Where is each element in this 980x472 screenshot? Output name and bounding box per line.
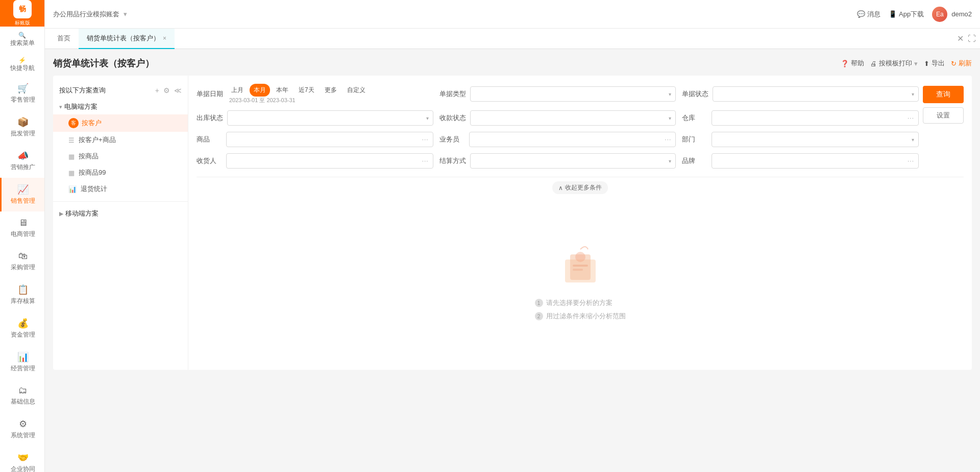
mobile-scheme-group: ▶ 移动端方案 xyxy=(53,206,188,221)
filter-layout: 按以下方案查询 + ⚙ ≪ ▾ 电脑端方案 xyxy=(53,76,972,370)
print-btn[interactable]: 🖨 按模板打印 ▾ xyxy=(870,59,918,68)
user-avatar[interactable]: Ea xyxy=(932,7,947,22)
date-btn-more[interactable]: 更多 xyxy=(321,84,341,97)
hint-num-1: 1 xyxy=(535,299,543,307)
close-tab-icon[interactable]: × xyxy=(163,35,166,42)
scheme-customer-goods-icon: ☰ xyxy=(68,136,75,144)
sidebar-item-retail[interactable]: 🛒 零售管理 xyxy=(0,77,44,110)
desktop-group-title[interactable]: ▾ 电脑端方案 xyxy=(53,99,188,114)
refresh-btn[interactable]: ↻ 刷新 xyxy=(951,59,972,68)
scheme-by-return-label: 退货统计 xyxy=(81,184,107,194)
warehouse-field: 仓库 ··· xyxy=(682,110,919,126)
industry-dropdown-icon[interactable]: ▾ xyxy=(124,10,127,18)
collapse-up-icon: ∧ xyxy=(558,184,563,192)
date-btn-last-7days[interactable]: 近7天 xyxy=(295,84,318,97)
settings-button[interactable]: 设置 xyxy=(923,107,964,124)
help-icon: ❓ xyxy=(841,60,849,67)
message-btn[interactable]: 💬 消息 xyxy=(857,10,880,19)
sidebar-ecommerce-label: 电商管理 xyxy=(11,230,35,239)
scheme-item-by-goods[interactable]: ▦ 按商品 xyxy=(53,148,188,164)
scheme-goods-icon: ▦ xyxy=(68,153,75,160)
brand-label: 品牌 xyxy=(682,156,707,166)
search-icon: 🔍 xyxy=(18,32,26,39)
scheme-item-by-goods99[interactable]: ▦ 按商品99 xyxy=(53,164,188,181)
mobile-group-title[interactable]: ▶ 移动端方案 xyxy=(53,206,188,221)
sales-icon: 📈 xyxy=(17,184,29,195)
download-icon: 📱 xyxy=(889,10,897,18)
sidebar-item-search[interactable]: 🔍 搜索菜单 xyxy=(0,27,44,53)
empty-hint-2: 2 用过滤条件来缩小分析范围 xyxy=(535,312,626,321)
salesperson-field: 业务员 ··· xyxy=(439,132,676,147)
scheme-item-by-customer[interactable]: 客 按客户 xyxy=(53,114,188,132)
scheme-item-by-customer-goods[interactable]: ☰ 按客户+商品 xyxy=(53,132,188,148)
sidebar-item-basic[interactable]: 🗂 基础信息 xyxy=(0,379,44,412)
department-select[interactable]: ▾ xyxy=(712,132,919,147)
operation-icon: 📊 xyxy=(17,351,29,363)
filter-row-2: 出库状态 ▾ 收款状态 xyxy=(197,110,919,126)
department-field: 部门 ▾ xyxy=(682,132,919,147)
date-btn-custom[interactable]: 自定义 xyxy=(343,84,370,97)
receive-status-select[interactable]: ▾ xyxy=(470,110,676,126)
tab-home[interactable]: 首页 xyxy=(49,29,79,49)
scheme-items: 客 按客户 ☰ 按客户+商品 ▦ 按商品 xyxy=(53,114,188,197)
settings-scheme-icon[interactable]: ⚙ xyxy=(163,86,170,95)
goods-select[interactable]: ··· xyxy=(226,132,433,147)
maximize-icon[interactable]: ⛶ xyxy=(968,34,976,43)
date-btn-last-month[interactable]: 上月 xyxy=(227,84,248,97)
print-label: 按模板打印 xyxy=(879,59,912,68)
salesperson-select[interactable]: ··· xyxy=(469,132,676,147)
collapse-more-btn[interactable]: ∧ 收起更多条件 xyxy=(552,181,608,194)
collapse-panel-icon[interactable]: ≪ xyxy=(174,86,182,95)
download-btn[interactable]: 📱 App下载 xyxy=(889,10,924,19)
receive-status-dropdown-icon: ▾ xyxy=(669,115,671,121)
logo-icon: 畅 xyxy=(13,0,32,18)
page-title: 销货单统计表（按客户） xyxy=(53,57,154,69)
add-scheme-icon[interactable]: + xyxy=(155,86,159,95)
logo-abbr: 畅 xyxy=(19,5,26,14)
date-btn-this-year[interactable]: 本年 xyxy=(272,84,292,97)
order-type-select[interactable]: ▾ xyxy=(470,86,676,102)
hint-num-2: 2 xyxy=(535,312,543,320)
payment-select[interactable]: ▾ xyxy=(470,153,676,169)
cooperation-icon: 🤝 xyxy=(17,452,29,463)
scheme-item-by-return[interactable]: 📊 退货统计 xyxy=(53,181,188,197)
close-window-icon[interactable]: ✕ xyxy=(957,34,964,43)
export-btn[interactable]: ⬆ 导出 xyxy=(924,59,945,68)
filter-row-3: 商品 ··· 业务员 xyxy=(197,132,919,147)
sidebar-item-marketing[interactable]: 📣 营销推广 xyxy=(0,144,44,178)
basic-icon: 🗂 xyxy=(18,385,28,396)
sidebar-item-ecommerce[interactable]: 🖥 电商管理 xyxy=(0,211,44,245)
industry-label: 办公用品行业模拟账套 xyxy=(53,10,119,19)
content-area: 销货单统计表（按客户） ❓ 帮助 🖨 按模板打印 ▾ ⬆ 导出 ↻ 刷新 xyxy=(45,49,980,472)
sidebar-item-sales[interactable]: 📈 销售管理 xyxy=(0,178,44,211)
out-status-select[interactable]: ▾ xyxy=(227,110,433,126)
tab-sales-stat[interactable]: 销货单统计表（按客户） × xyxy=(79,29,175,49)
username-label: demo2 xyxy=(951,10,972,18)
sidebar-item-cooperation[interactable]: 🤝 企业协同 xyxy=(0,446,44,472)
sidebar-item-system[interactable]: ⚙ 系统管理 xyxy=(0,412,44,446)
order-status-select[interactable]: ▾ xyxy=(713,86,919,102)
logo-text: 标账版 xyxy=(15,19,30,27)
divider-1 xyxy=(53,201,188,202)
sidebar-item-finance[interactable]: 💰 资金管理 xyxy=(0,312,44,345)
sidebar-item-purchase[interactable]: 🛍 采购管理 xyxy=(0,245,44,278)
sidebar-operation-label: 经营管理 xyxy=(11,364,35,373)
brand-select[interactable]: ··· xyxy=(712,153,919,169)
empty-text: 1 请先选择要分析的方案 2 用过滤条件来缩小分析范围 xyxy=(535,298,626,321)
sidebar-item-inventory[interactable]: 📋 库存核算 xyxy=(0,278,44,312)
recipient-select[interactable]: ··· xyxy=(226,153,433,169)
panel-header-icons: + ⚙ ≪ xyxy=(155,86,182,95)
query-button[interactable]: 查询 xyxy=(923,86,964,103)
date-btn-this-month[interactable]: 本月 xyxy=(250,84,270,97)
help-btn[interactable]: ❓ 帮助 xyxy=(841,59,864,68)
warehouse-label: 仓库 xyxy=(682,113,707,123)
hint-2-label: 用过滤条件来缩小分析范围 xyxy=(546,312,626,321)
refresh-label: 刷新 xyxy=(959,59,972,68)
sidebar-item-operation[interactable]: 📊 经营管理 xyxy=(0,345,44,379)
panel-header: 按以下方案查询 + ⚙ ≪ xyxy=(53,82,188,99)
sidebar-item-wholesale[interactable]: 📦 批发管理 xyxy=(0,110,44,144)
message-label: 消息 xyxy=(867,10,880,19)
app-logo[interactable]: 畅 标账版 xyxy=(0,0,44,27)
warehouse-select[interactable]: ··· xyxy=(712,110,919,126)
sidebar-item-quicknav[interactable]: ⚡ 快捷导航 xyxy=(0,53,44,77)
